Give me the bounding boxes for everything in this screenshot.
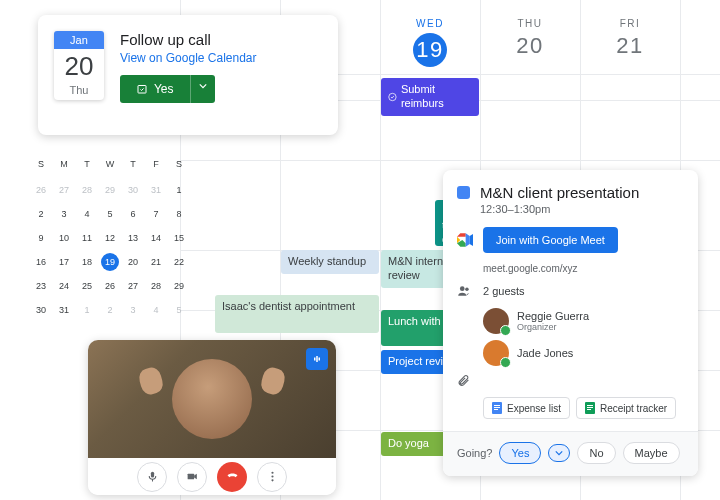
mini-day[interactable]: 30 (124, 181, 142, 199)
mini-day[interactable]: 13 (124, 229, 142, 247)
hand-icon (259, 366, 287, 397)
mini-day[interactable]: 3 (55, 205, 73, 223)
people-icon (457, 284, 473, 298)
view-on-calendar-link[interactable]: View on Google Calendar (120, 51, 257, 65)
mini-day[interactable]: 29 (101, 181, 119, 199)
meet-url: meet.google.com/xyz (483, 263, 684, 274)
mini-day[interactable]: 17 (55, 253, 73, 271)
rsvp-yes-button[interactable]: Yes (120, 75, 215, 103)
mini-calendar[interactable]: SMTWTFS262728293031123456789101112131415… (30, 155, 190, 322)
svg-point-10 (460, 286, 465, 291)
mini-day[interactable]: 27 (55, 181, 73, 199)
guest-row[interactable]: Jade Jones (483, 340, 684, 366)
event-weekly-standup[interactable]: Weekly standup (281, 250, 379, 274)
camera-button[interactable] (177, 462, 207, 492)
mini-day[interactable]: 5 (170, 301, 188, 319)
event-title: M&N client presentation (457, 184, 684, 201)
event-detail-card: M&N client presentation 12:30–1:30pm Joi… (443, 170, 698, 476)
mini-day[interactable]: 18 (78, 253, 96, 271)
phone-icon (225, 469, 240, 484)
mini-day[interactable]: 2 (101, 301, 119, 319)
mini-day[interactable]: 11 (78, 229, 96, 247)
mini-day[interactable]: 30 (32, 301, 50, 319)
mini-day[interactable]: 21 (147, 253, 165, 271)
day-number: 19 (413, 33, 447, 67)
event-submit-reimburs[interactable]: Submit reimburs (381, 78, 479, 116)
join-meet-button[interactable]: Join with Google Meet (483, 227, 618, 253)
mini-day[interactable]: 22 (170, 253, 188, 271)
svg-rect-3 (316, 356, 318, 362)
event-label: Submit reimburs (401, 83, 472, 111)
mini-day[interactable]: 29 (170, 277, 188, 295)
video-feed (88, 340, 336, 458)
mic-button[interactable] (137, 462, 167, 492)
mini-day[interactable]: 2 (32, 205, 50, 223)
mini-day[interactable]: 7 (147, 205, 165, 223)
attachment-chip[interactable]: Receipt tracker (576, 397, 676, 419)
event-color-icon (457, 186, 470, 199)
mini-day[interactable]: 12 (101, 229, 119, 247)
chevron-down-icon (555, 449, 563, 457)
mini-day[interactable]: 6 (124, 205, 142, 223)
check-icon (500, 325, 511, 336)
going-label: Going? (457, 447, 492, 459)
day-number: 21 (580, 33, 680, 59)
day-header-wed[interactable]: WED 19 (380, 18, 480, 67)
mini-day[interactable]: 3 (124, 301, 142, 319)
day-header-fri[interactable]: FRI 21 (580, 18, 680, 59)
mini-day[interactable]: 14 (147, 229, 165, 247)
guest-name: Reggie Guerra (517, 310, 589, 322)
avatar (483, 308, 509, 334)
mini-day[interactable]: 4 (78, 205, 96, 223)
mini-day[interactable]: 4 (147, 301, 165, 319)
mini-day[interactable]: 23 (32, 277, 50, 295)
mini-day[interactable]: 10 (55, 229, 73, 247)
svg-rect-13 (494, 405, 500, 406)
day-label: WED (380, 18, 480, 29)
mini-day[interactable]: 1 (170, 181, 188, 199)
audio-indicator-icon (306, 348, 328, 370)
mini-day[interactable]: 26 (32, 181, 50, 199)
svg-rect-17 (587, 405, 593, 406)
day-label: THU (480, 18, 580, 29)
svg-point-0 (389, 93, 396, 100)
going-maybe-button[interactable]: Maybe (623, 442, 680, 464)
mini-day[interactable]: 20 (124, 253, 142, 271)
mini-day[interactable]: 8 (170, 205, 188, 223)
svg-point-11 (465, 288, 469, 292)
guest-role: Organizer (517, 322, 589, 332)
attachment-chip[interactable]: Expense list (483, 397, 570, 419)
mini-day[interactable]: 5 (101, 205, 119, 223)
hand-icon (137, 366, 165, 397)
more-button[interactable] (257, 462, 287, 492)
mini-day[interactable]: 25 (78, 277, 96, 295)
mini-day[interactable]: 27 (124, 277, 142, 295)
mini-day[interactable]: 26 (101, 277, 119, 295)
mini-day[interactable]: 31 (147, 181, 165, 199)
going-yes-button[interactable]: Yes (499, 442, 541, 464)
yes-label: Yes (154, 82, 174, 96)
svg-point-8 (271, 475, 273, 477)
participant-avatar (172, 359, 252, 439)
day-header-thu[interactable]: THU 20 (480, 18, 580, 59)
mini-day[interactable]: 1 (78, 301, 96, 319)
mini-day[interactable]: 19 (101, 253, 119, 271)
going-yes-dropdown[interactable] (548, 444, 570, 462)
mini-day[interactable]: 9 (32, 229, 50, 247)
svg-rect-2 (314, 358, 316, 361)
svg-rect-19 (587, 409, 591, 410)
day-label: FRI (580, 18, 680, 29)
guest-row[interactable]: Reggie GuerraOrganizer (483, 308, 684, 334)
rsvp-dropdown[interactable] (190, 75, 215, 103)
mini-day[interactable]: 24 (55, 277, 73, 295)
event-dentist[interactable]: Isaac's dentist appointment (215, 295, 379, 333)
mini-day[interactable]: 31 (55, 301, 73, 319)
badge-month: Jan (54, 31, 104, 49)
mini-day[interactable]: 16 (32, 253, 50, 271)
svg-rect-15 (494, 409, 498, 410)
mini-day[interactable]: 28 (78, 181, 96, 199)
going-no-button[interactable]: No (577, 442, 615, 464)
hangup-button[interactable] (217, 462, 247, 492)
mini-day[interactable]: 15 (170, 229, 188, 247)
mini-day[interactable]: 28 (147, 277, 165, 295)
